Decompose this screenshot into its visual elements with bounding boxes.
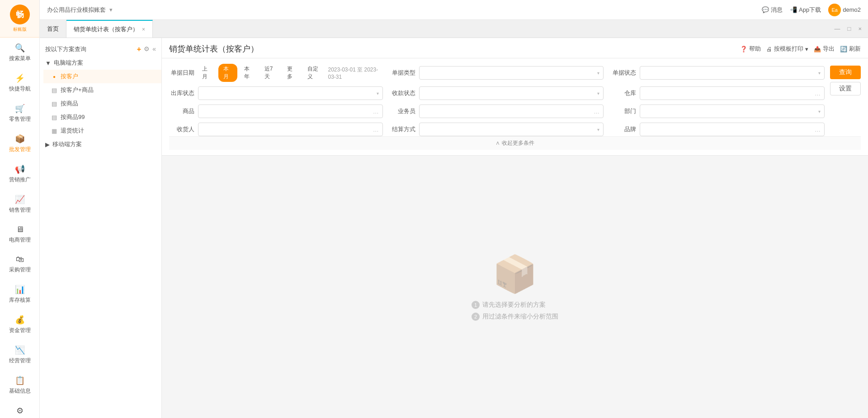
sidebar-item-marketing[interactable]: 📢 营销推广	[0, 159, 39, 189]
tab-actions: — □ ×	[828, 20, 868, 38]
home-tab-label: 首页	[47, 25, 59, 33]
settlement-input[interactable]: ▾	[419, 123, 604, 136]
date-last-month[interactable]: 上月	[198, 64, 216, 82]
tree-item-by-customer[interactable]: ● 按客户	[43, 70, 161, 83]
header-right: 💬 消息 📲 App下载 Ea demo2	[762, 4, 861, 16]
message-button[interactable]: 💬 消息	[762, 6, 783, 14]
sidebar-item-label: 批发管理	[9, 146, 31, 153]
cart-icon: 🛒	[15, 104, 25, 114]
tree-group-mobile[interactable]: ▶ 移动端方案	[40, 138, 161, 151]
tree-item-by-product99[interactable]: ▤ 按商品99	[43, 110, 161, 124]
window-close-button[interactable]: ×	[855, 25, 864, 32]
tree-item-return-stats[interactable]: ▦ 退货统计	[43, 124, 161, 138]
print-icon: 🖨	[766, 46, 772, 52]
doc-status-input[interactable]: ▾	[640, 66, 825, 80]
tree-item-by-customer-product[interactable]: ▤ 按客户+商品	[43, 83, 161, 97]
sidebar-item-basic[interactable]: 📋 基础信息	[0, 370, 39, 400]
sidebar-item-purchase[interactable]: 🛍 采购管理	[0, 249, 39, 279]
date-last-7days[interactable]: 近7天	[260, 64, 280, 82]
sidebar-item-shortcut[interactable]: ⚡ 快捷导航	[0, 68, 39, 98]
dots-icon: …	[815, 126, 821, 133]
tree-group-desktop[interactable]: ▼ 电脑端方案	[40, 56, 161, 70]
date-this-year[interactable]: 本年	[240, 64, 258, 82]
sidebar-item-operations[interactable]: 📉 经营管理	[0, 340, 39, 370]
tip-num-1: 1	[472, 301, 480, 309]
tip-text-2: 用过滤条件来缩小分析范围	[482, 313, 558, 321]
sidebar-item-retail[interactable]: 🛒 零售管理	[0, 98, 39, 128]
sidebar-item-sales[interactable]: 📈 销售管理	[0, 189, 39, 219]
sidebar-item-search[interactable]: 🔍 搜索菜单	[0, 38, 39, 68]
filter-area: 单据日期 上月 本月 本年 近7天 更多 自定义 2023-03-01 至 20…	[162, 58, 868, 156]
filter-doc-type-item: 单据类型 ▾	[390, 66, 604, 80]
user-profile[interactable]: Ea demo2	[828, 4, 861, 16]
export-label: 导出	[823, 45, 835, 53]
sidebar-item-label: 营销推广	[9, 176, 31, 184]
box-icon: 📦	[15, 134, 25, 144]
app-download-label: App下载	[799, 6, 821, 14]
window-maximize-button[interactable]: □	[845, 25, 854, 32]
doc-type-input[interactable]: ▾	[419, 66, 604, 80]
receiver-label: 收货人	[169, 125, 194, 133]
top-header: 办公用品行业模拟账套 ▾ 💬 消息 📲 App下载 Ea demo2	[40, 0, 868, 20]
left-panel-header: 按以下方案查询 + ⚙ «	[40, 43, 161, 56]
sidebar-item-label: 搜索菜单	[9, 55, 31, 62]
salesperson-input[interactable]: …	[419, 104, 604, 118]
help-button[interactable]: ❓ 帮助	[740, 45, 761, 53]
refresh-button[interactable]: 🔄 刷新	[840, 45, 861, 53]
filter-doc-status-item: 单据状态 ▾	[611, 66, 825, 80]
collapse-panel-button[interactable]: «	[152, 45, 156, 53]
out-status-input[interactable]: ▾	[198, 86, 383, 100]
tree-item-by-product[interactable]: ▤ 按商品	[43, 97, 161, 110]
export-button[interactable]: 📤 导出	[814, 45, 835, 53]
add-scheme-button[interactable]: +	[137, 45, 141, 53]
dropdown-arrow-icon[interactable]: ▾	[109, 6, 113, 13]
date-more[interactable]: 更多	[283, 64, 301, 82]
collapse-icon: ∧	[495, 140, 500, 146]
line-chart-icon: 📉	[15, 345, 25, 355]
filter-row-2: 出库状态 ▾ 收款状态 ▾	[169, 86, 825, 100]
help-icon: ❓	[740, 46, 747, 52]
payment-status-input[interactable]: ▾	[419, 86, 604, 100]
settings-scheme-button[interactable]: ⚙	[144, 45, 150, 53]
sidebar-item-finance[interactable]: 💰 资金管理	[0, 309, 39, 340]
sidebar-item-inventory[interactable]: 📊 库存核算	[0, 279, 39, 309]
receiver-input[interactable]: …	[198, 123, 383, 136]
tab-sales-stats[interactable]: 销货单统计表（按客户） ×	[66, 20, 153, 38]
content-area: 按以下方案查询 + ⚙ « ▼ 电脑端方案 ● 按客户 ▤ 按客户	[40, 38, 868, 418]
chevron-down-icon: ▾	[818, 71, 821, 76]
bar-chart-icon: 📊	[15, 285, 25, 294]
setting-button[interactable]: 设置	[830, 82, 861, 95]
sidebar-item-label: 快捷导航	[9, 85, 31, 93]
tree-item-label: 退货统计	[61, 127, 84, 135]
window-minimize-button[interactable]: —	[832, 25, 843, 32]
page-header: 销货单统计表（按客户） ❓ 帮助 🖨 按模板打印 ▾ 📤 导出	[162, 38, 868, 58]
shopping-icon: 🛍	[16, 255, 24, 264]
tab-home[interactable]: 首页	[40, 20, 66, 38]
collapse-bar[interactable]: ∧ 收起更多条件	[169, 136, 861, 150]
query-button[interactable]: 查询	[830, 66, 861, 79]
tab-close-button[interactable]: ×	[142, 26, 145, 33]
department-input[interactable]: ▾	[640, 104, 825, 118]
tip-text-1: 请先选择要分析的方案	[482, 301, 546, 309]
lightning-icon: ⚡	[15, 73, 25, 83]
template-print-button[interactable]: 🖨 按模板打印 ▾	[766, 45, 808, 53]
sidebar-item-ecommerce[interactable]: 🖥 电商管理	[0, 219, 39, 249]
date-range-display: 2023-03-01 至 2023-03-31	[328, 66, 382, 80]
sidebar-item-label: 电商管理	[9, 236, 31, 244]
app-download-button[interactable]: 📲 App下载	[790, 6, 821, 14]
brand-label: 品牌	[611, 125, 636, 133]
brand-input[interactable]: …	[640, 123, 825, 136]
filter-product-item: 商品 …	[169, 104, 383, 118]
sidebar-item-system[interactable]: ⚙ 系统管理	[0, 400, 39, 418]
filter-settlement-item: 结算方式 ▾	[390, 123, 604, 136]
date-this-month[interactable]: 本月	[218, 64, 238, 82]
warehouse-input[interactable]: …	[640, 86, 825, 100]
tip-num-2: 2	[472, 313, 480, 321]
chevron-down-icon: ▾	[805, 46, 808, 52]
chevron-down-icon: ▾	[597, 127, 599, 132]
product-input[interactable]: …	[198, 104, 383, 118]
clipboard-icon: 📋	[15, 375, 25, 385]
date-custom[interactable]: 自定义	[303, 64, 326, 82]
filter-payment-status-item: 收款状态 ▾	[390, 86, 604, 100]
sidebar-item-wholesale[interactable]: 📦 批发管理	[0, 128, 39, 159]
